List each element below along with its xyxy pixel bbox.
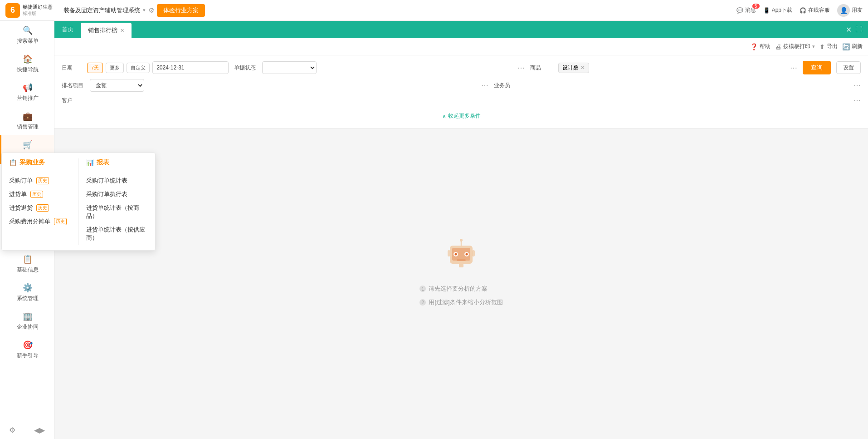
query-button[interactable]: 查询: [803, 61, 831, 74]
message-icon: 💬: [736, 7, 743, 14]
settings-button[interactable]: 设置: [836, 61, 861, 74]
menu-item-order-stats[interactable]: 采购订单统计表: [86, 174, 148, 187]
tab-home[interactable]: 首页: [54, 21, 81, 38]
doc-status-label: 单据状态: [234, 64, 257, 72]
sidebar-item-guide[interactable]: 🎯 新手引导: [0, 335, 54, 364]
logo-area: 6 畅捷通好生意 标准版: [5, 3, 60, 18]
goods-tag-close[interactable]: ✕: [580, 64, 585, 71]
tab-home-label: 首页: [62, 25, 73, 34]
tab-close-icon[interactable]: ✕: [120, 28, 124, 34]
rank-label: 排名项目: [62, 82, 84, 89]
svg-rect-7: [459, 264, 463, 267]
sidebar-item-basic-info[interactable]: 📋 基础信息: [0, 250, 54, 278]
filter-row-3: 客户 ⋯: [62, 96, 861, 105]
collapse-text: 收起更多条件: [448, 112, 481, 120]
system-dropdown-arrow[interactable]: ▾: [143, 7, 146, 13]
print-button[interactable]: 🖨 按模板打印 ▾: [775, 43, 815, 50]
avatar: 👤: [837, 4, 850, 17]
sidebar-item-quick-nav[interactable]: 🏠 快捷导航: [0, 49, 54, 78]
doc-status-select[interactable]: [262, 61, 317, 74]
settings-icon[interactable]: ⚙: [148, 6, 154, 15]
basic-info-icon: 📋: [23, 254, 33, 264]
goods-more-btn[interactable]: ⋯: [790, 64, 797, 72]
top-bar: 6 畅捷通好生意 标准版 装备及固定资产辅助管理系统 ▾ ⚙ 体验行业方案 💬 …: [0, 0, 868, 21]
sidebar-item-sales[interactable]: 💼 销售管理: [0, 107, 54, 135]
sidebar-label-guide: 新手引导: [17, 352, 39, 360]
customer-more-btn[interactable]: ⋯: [853, 96, 861, 105]
menu-item-expense[interactable]: 采购费用分摊单 历史: [9, 215, 71, 228]
help-icon: ❓: [750, 43, 758, 50]
marketing-icon: 📢: [23, 83, 33, 93]
collapse-btn[interactable]: ∧ 收起更多条件: [62, 109, 861, 123]
date-more-btn[interactable]: 更多: [106, 63, 124, 73]
rank-select[interactable]: 金额: [90, 79, 144, 92]
home-icon: 🏠: [23, 54, 33, 64]
empty-tip-2-text: 用[过滤]条件来缩小分析范围: [429, 296, 502, 308]
nav-system: 装备及固定资产辅助管理系统 ▾ ⚙ 体验行业方案: [63, 4, 736, 17]
refresh-label: 刷新: [852, 43, 863, 50]
item-label: 采购订单执行表: [86, 190, 127, 198]
sidebar-item-purchase[interactable]: 🛒 采购管理 📋 采购业务 采购订单 历史 进货单 历史: [0, 135, 54, 164]
menu-item-order-exec[interactable]: 采购订单执行表: [86, 187, 148, 201]
svg-point-5: [466, 253, 468, 256]
svg-rect-9: [472, 250, 475, 256]
print-arrow[interactable]: ▾: [812, 44, 815, 49]
date-custom-btn[interactable]: 自定义: [127, 63, 150, 73]
refresh-button[interactable]: 🔄 刷新: [842, 43, 863, 50]
message-button[interactable]: 💬 消息 5: [736, 6, 756, 14]
sidebar-label-system: 系统管理: [17, 295, 39, 302]
empty-illustration: [439, 232, 484, 277]
date-end-input[interactable]: [152, 61, 229, 74]
item-label: 进货单统计表（按商品）: [86, 204, 148, 220]
goods-label: 商品: [530, 64, 553, 72]
svg-point-11: [460, 239, 463, 242]
sidebar-item-search[interactable]: 🔍 搜索菜单: [0, 21, 54, 49]
app-download-button[interactable]: 📱 App下载: [763, 6, 792, 14]
toolbar: ❓ 帮助 🖨 按模板打印 ▾ ⬆ 导出 🔄 刷新: [54, 38, 868, 55]
business-title-text: 采购业务: [20, 158, 45, 167]
menu-item-return[interactable]: 进货退货 历史: [9, 201, 71, 215]
search-icon: 🔍: [23, 25, 33, 35]
help-button[interactable]: ❓ 帮助: [750, 43, 770, 50]
sidebar-label-enterprise: 企业协同: [17, 323, 39, 331]
bullet-1: 1: [419, 286, 426, 292]
filter-area: 日期 7天 更多 自定义 单据状态 ⋯ 商品 设计桑 ✕ ⋯: [54, 55, 868, 128]
menu-item-inbound-by-goods[interactable]: 进货单统计表（按商品）: [86, 201, 148, 223]
svg-rect-8: [448, 250, 450, 256]
logo-sub: 标准版: [23, 10, 53, 17]
date-7days-btn[interactable]: 7天: [87, 63, 103, 73]
hist-badge: 历史: [36, 204, 49, 212]
sidebar-item-system[interactable]: ⚙️ 系统管理: [0, 278, 54, 307]
menu-item-inbound-by-supplier[interactable]: 进货单统计表（按供应商）: [86, 223, 148, 245]
sidebar-item-enterprise[interactable]: 🏢 企业协同: [0, 307, 54, 335]
trial-button[interactable]: 体验行业方案: [157, 4, 205, 17]
filter-row-1: 日期 7天 更多 自定义 单据状态 ⋯ 商品 设计桑 ✕ ⋯: [62, 61, 861, 74]
sidebar-item-marketing[interactable]: 📢 营销推广: [0, 78, 54, 107]
content-area: 首页 销售排行榜 ✕ ✕ ⛶ ❓ 帮助 🖨 按模板打印 ▾ ⬆: [54, 21, 868, 439]
rank-more-btn[interactable]: ⋯: [481, 81, 488, 90]
system-title: 装备及固定资产辅助管理系统: [63, 6, 140, 15]
svg-point-4: [455, 253, 457, 256]
system-icon: ⚙️: [23, 283, 33, 293]
business-icon: 📋: [9, 159, 17, 166]
menu-item-purchase-order[interactable]: 采购订单 历史: [9, 174, 71, 187]
sidebar: 🔍 搜索菜单 🏠 快捷导航 📢 营销推广 💼 销售管理 🛒 采购管理 📋 采购业…: [0, 21, 54, 439]
sidebar-label-basic-info: 基础信息: [17, 266, 39, 274]
export-label: 导出: [827, 43, 838, 50]
menu-item-inbound[interactable]: 进货单 历史: [9, 187, 71, 201]
tab-close-btn[interactable]: ✕: [846, 25, 852, 34]
online-service-label: 在线客服: [808, 6, 830, 14]
tab-sales-rank[interactable]: 销售排行榜 ✕: [81, 23, 132, 38]
salesperson-more-btn[interactable]: ⋯: [853, 81, 861, 90]
user-area[interactable]: 👤 用友: [837, 4, 863, 17]
goods-tag-text: 设计桑: [562, 64, 579, 72]
export-button[interactable]: ⬆ 导出: [819, 43, 838, 50]
hist-badge: 历史: [30, 191, 43, 198]
doc-status-more-btn[interactable]: ⋯: [517, 64, 525, 72]
purchase-dropdown: 📋 采购业务 采购订单 历史 进货单 历史 进货退货 历史: [1, 153, 156, 251]
online-service-button[interactable]: 🎧 在线客服: [800, 6, 830, 14]
sidebar-settings-btn[interactable]: ⚙: [9, 426, 15, 434]
sidebar-collapse-btn[interactable]: ◀▶: [34, 426, 45, 434]
tab-expand-btn[interactable]: ⛶: [855, 25, 863, 34]
report-title: 📊 报表: [86, 158, 148, 169]
